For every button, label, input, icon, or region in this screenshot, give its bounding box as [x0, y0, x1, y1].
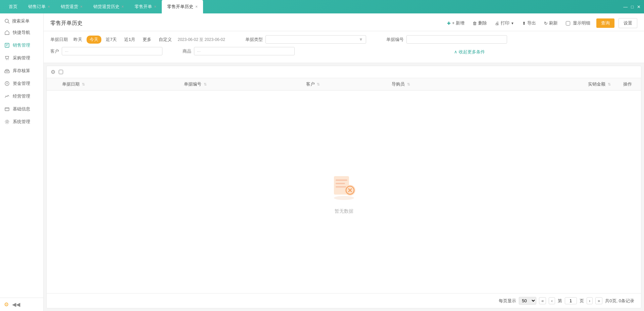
- tab-sales-return[interactable]: 销货退货 ×: [55, 0, 88, 13]
- tab-retail-history[interactable]: 零售开单历史 ×: [162, 0, 203, 13]
- sidebar: 搜索采单 快捷导航 销售管理 采购管理 库存核算: [0, 13, 44, 311]
- table-header-row: 单据日期 ⇅ 单据编号 ⇅ 客户 ⇅ 导购员 ⇅: [47, 78, 641, 91]
- tab-sales-order[interactable]: 销售订单 ×: [23, 0, 55, 13]
- refresh-icon: ↻: [544, 21, 548, 26]
- date-btn-yesterday[interactable]: 昨天: [70, 36, 85, 44]
- page-header: 零售开单历史 ✚ + 新增 🗑 删除 🖨 打印 ▼ ⬆ 导出: [44, 13, 644, 31]
- customer-filter-group: 客户 ···: [50, 47, 162, 55]
- tab-retail-order[interactable]: 零售开单 ×: [129, 0, 162, 13]
- sales-icon: [4, 42, 10, 48]
- type-select-arrow: ▼: [359, 37, 363, 42]
- th-customer[interactable]: 客户 ⇅: [303, 78, 389, 91]
- sidebar-bottom: ⚙ ◀◀: [0, 298, 43, 311]
- goods-label: 商品: [183, 48, 191, 54]
- close-tab-sales-return-history[interactable]: ×: [121, 4, 124, 9]
- table-section: ⚙ 单据日期 ⇅ 单据编号 ⇅: [46, 66, 641, 308]
- business-icon: [4, 93, 10, 99]
- date-btn-more[interactable]: 更多: [140, 36, 154, 44]
- first-page-btn[interactable]: «: [539, 297, 546, 304]
- sort-date-icon: ⇅: [82, 82, 85, 86]
- sidebar-item-system[interactable]: 系统管理: [0, 115, 43, 128]
- print-button[interactable]: 🖨 打印 ▼: [493, 19, 516, 28]
- page-label: 第: [558, 298, 562, 304]
- settings-button[interactable]: 设置: [618, 18, 637, 28]
- prev-page-btn[interactable]: ‹: [549, 297, 555, 304]
- next-page-btn[interactable]: ›: [587, 297, 593, 304]
- date-btn-custom[interactable]: 自定义: [156, 36, 175, 44]
- th-checkbox: [47, 78, 59, 91]
- export-icon: ⬆: [522, 21, 526, 26]
- sidebar-search-label: 搜索采单: [12, 18, 30, 24]
- th-guide[interactable]: 导购员 ⇅: [388, 78, 492, 91]
- query-button[interactable]: 查询: [596, 18, 614, 28]
- customer-label: 客户: [50, 48, 59, 54]
- svg-point-6: [8, 59, 8, 60]
- top-nav: 首页 销售订单 × 销货退货 × 销货退货历史 × 零售开单 × 零售开单历史 …: [0, 0, 644, 13]
- customer-select[interactable]: ···: [62, 47, 162, 55]
- tab-sales-return-history[interactable]: 销货退货历史 ×: [88, 0, 129, 13]
- window-controls: — □ ✕: [623, 4, 641, 9]
- tab-home[interactable]: 首页: [3, 0, 23, 13]
- close-btn[interactable]: ✕: [637, 4, 641, 9]
- date-btn-7days[interactable]: 近7天: [103, 36, 120, 44]
- close-tab-retail-history[interactable]: ×: [195, 4, 198, 9]
- display-detail-checkbox[interactable]: [566, 21, 570, 25]
- sort-customer-icon: ⇅: [317, 82, 320, 86]
- sidebar-search[interactable]: 搜索采单: [0, 16, 43, 26]
- th-date[interactable]: 单据日期 ⇅: [59, 78, 181, 91]
- date-filter-group: 单据日期 昨天 今天 近7天 近1月 更多 自定义 2023-06-02 至 2…: [50, 36, 225, 44]
- close-tab-sales-order[interactable]: ×: [48, 4, 50, 9]
- svg-rect-15: [336, 179, 347, 181]
- number-input[interactable]: [406, 35, 507, 44]
- date-btn-today[interactable]: 今天: [87, 36, 101, 44]
- delete-button[interactable]: 🗑 删除: [470, 19, 489, 28]
- empty-icon: [327, 169, 361, 203]
- refresh-button[interactable]: ↻ 刷新: [542, 19, 560, 28]
- last-page-btn[interactable]: »: [595, 297, 602, 304]
- sidebar-item-finance[interactable]: 资金管理: [0, 77, 43, 90]
- goods-select[interactable]: ···: [194, 47, 295, 55]
- display-detail-button[interactable]: 显示明细: [564, 19, 592, 28]
- th-number[interactable]: 单据编号 ⇅: [181, 78, 302, 91]
- page-suffix: 页: [580, 298, 584, 304]
- date-range-text: 2023-06-02 至 2023-06-02: [178, 37, 225, 43]
- table-settings-icon[interactable]: ⚙: [51, 69, 55, 75]
- number-filter-group: 单据编号: [386, 35, 507, 44]
- export-button[interactable]: ⬆ 导出: [520, 19, 538, 28]
- minimize-btn[interactable]: —: [623, 4, 628, 9]
- total-info: 共0页, 0条记录: [605, 298, 634, 304]
- sidebar-item-business[interactable]: 经营管理: [0, 90, 43, 103]
- sidebar-item-inventory[interactable]: 库存核算: [0, 64, 43, 77]
- home-icon: [4, 30, 10, 36]
- maximize-btn[interactable]: □: [631, 4, 634, 9]
- sidebar-item-info[interactable]: 基础信息: [0, 103, 43, 115]
- sidebar-item-sales[interactable]: 销售管理: [0, 39, 43, 52]
- content-area: 零售开单历史 ✚ + 新增 🗑 删除 🖨 打印 ▼ ⬆ 导出: [44, 13, 644, 311]
- date-btn-1month[interactable]: 近1月: [121, 36, 138, 44]
- sidebar-item-purchase[interactable]: 采购管理: [0, 52, 43, 64]
- type-filter-group: 单据类型 ▼: [245, 35, 366, 44]
- page-number-input[interactable]: [565, 297, 577, 304]
- date-label: 单据日期: [50, 37, 68, 43]
- empty-text: 暂无数据: [335, 208, 353, 214]
- per-page-select[interactable]: 50 100 200: [519, 297, 536, 305]
- close-tab-retail-order[interactable]: ×: [154, 4, 156, 9]
- pagination-bar: 每页显示 50 100 200 « ‹ 第 页 › » 共0页, 0条记录: [47, 293, 641, 308]
- collapse-btn[interactable]: ∧ 收起更多条件: [454, 49, 485, 55]
- select-all-checkbox[interactable]: [59, 70, 63, 74]
- sort-guide-icon: ⇅: [407, 82, 410, 86]
- type-select[interactable]: ▼: [265, 35, 366, 44]
- finance-icon: [4, 81, 10, 87]
- plus-icon: ✚: [447, 21, 451, 26]
- filter-row-2: 客户 ··· 商品 ··· ∧ 收起更多条件: [50, 47, 637, 55]
- collapse-sidebar-icon[interactable]: ◀◀: [12, 301, 20, 308]
- filter-row-1: 单据日期 昨天 今天 近7天 近1月 更多 自定义 2023-06-02 至 2…: [50, 35, 637, 44]
- filter-area: 单据日期 昨天 今天 近7天 近1月 更多 自定义 2023-06-02 至 2…: [44, 31, 644, 63]
- sidebar-item-nav[interactable]: 快捷导航: [0, 26, 43, 39]
- close-tab-sales-return[interactable]: ×: [80, 4, 83, 9]
- goods-ellipsis: ···: [197, 49, 201, 54]
- svg-rect-10: [5, 108, 9, 111]
- add-button[interactable]: ✚ + 新增: [445, 19, 466, 28]
- th-amount[interactable]: 实销金额 ⇅: [492, 78, 614, 91]
- settings-bottom-icon[interactable]: ⚙: [4, 301, 9, 308]
